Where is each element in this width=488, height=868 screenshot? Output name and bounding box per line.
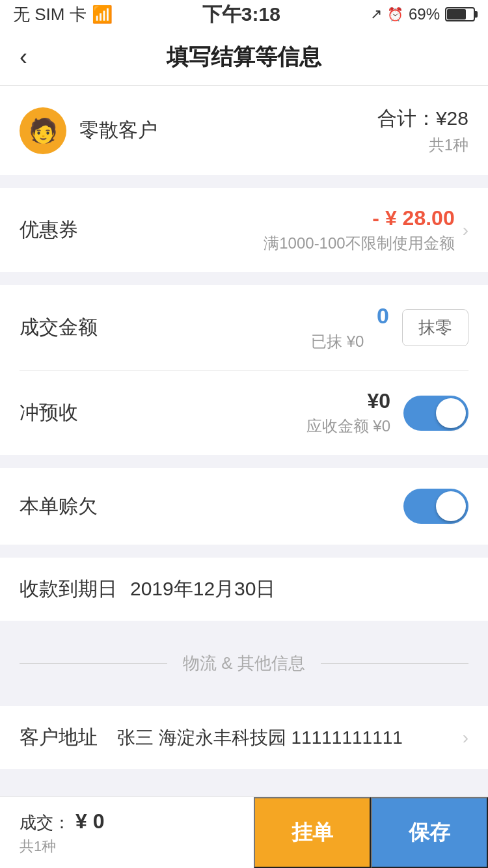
page-title: 填写结算等信息 xyxy=(167,42,321,72)
carrier-text: 无 SIM 卡 xyxy=(13,3,87,26)
deal-amount-right: 已抹 ¥0 抹零 xyxy=(311,303,468,352)
address-label: 客户地址 xyxy=(20,724,98,751)
round-zero-button[interactable]: 抹零 xyxy=(402,309,468,346)
divider-line-left xyxy=(20,663,167,664)
due-date-row: 收款到期日 2019年12月30日 xyxy=(20,576,468,603)
already-rounded: 已抹 ¥0 xyxy=(311,331,389,352)
customer-row: 🧑 零散客户 合计：¥28 共1种 xyxy=(0,86,488,175)
debit-row: 本单赊欠 xyxy=(20,468,468,545)
coupon-description: 满1000-100不限制使用金额 xyxy=(264,233,454,254)
chevron-right-icon: › xyxy=(463,220,468,241)
due-date-value: 2019年12月30日 xyxy=(130,576,275,603)
advance-col: ¥0 应收金额 ¥0 xyxy=(306,389,390,437)
location-icon: ↗ xyxy=(370,6,382,23)
coupon-discount: - ¥ 28.00 xyxy=(264,206,454,230)
status-right: ↗ ⏰ 69% xyxy=(370,5,475,23)
deal-amount-label: 成交金额 xyxy=(20,314,98,341)
due-date-label: 收款到期日 xyxy=(20,576,117,603)
address-chevron-icon: › xyxy=(463,727,468,748)
bottom-info: 成交： ¥ 0 共1种 xyxy=(0,797,254,868)
avatar: 🧑 xyxy=(20,107,66,154)
alarm-icon: ⏰ xyxy=(387,7,403,22)
receivable-amount: 应收金额 ¥0 xyxy=(306,416,390,437)
address-row[interactable]: 客户地址 张三 海淀永丰科技园 11111111111 › xyxy=(20,706,468,769)
address-value: 张三 海淀永丰科技园 11111111111 xyxy=(117,726,463,750)
pending-button[interactable]: 挂单 xyxy=(254,797,371,868)
advance-amount: ¥0 xyxy=(306,389,390,413)
customer-info: 🧑 零散客户 xyxy=(20,107,157,154)
bottom-bar: 成交： ¥ 0 共1种 挂单 保存 xyxy=(0,796,488,868)
battery-text: 69% xyxy=(409,5,440,23)
status-time: 下午3:18 xyxy=(202,1,280,28)
customer-total: 合计：¥28 共1种 xyxy=(377,105,468,156)
avatar-icon: 🧑 xyxy=(29,117,58,144)
deal-amount-col: 已抹 ¥0 xyxy=(311,303,389,352)
advance-right: ¥0 应收金额 ¥0 xyxy=(306,389,468,437)
advance-label: 冲预收 xyxy=(20,400,78,426)
toggle-knob xyxy=(436,398,466,428)
logistics-text: 物流 & 其他信息 xyxy=(167,652,321,675)
battery-icon xyxy=(445,7,475,21)
due-date-section: 收款到期日 2019年12月30日 xyxy=(0,558,488,621)
address-section: 客户地址 张三 海淀永丰科技园 11111111111 › xyxy=(0,706,488,769)
back-button[interactable]: ‹ xyxy=(20,44,59,71)
logistics-divider: 物流 & 其他信息 xyxy=(0,634,488,693)
debit-toggle[interactable] xyxy=(403,489,468,524)
customer-name: 零散客户 xyxy=(79,117,157,144)
deal-amount-input[interactable] xyxy=(311,303,389,329)
nav-bar: ‹ 填写结算等信息 xyxy=(0,29,488,86)
coupon-info: - ¥ 28.00 满1000-100不限制使用金额 xyxy=(264,206,454,254)
bottom-count: 共1种 xyxy=(20,837,234,856)
bottom-deal-row: 成交： ¥ 0 xyxy=(20,809,234,834)
coupon-row[interactable]: 优惠券 - ¥ 28.00 满1000-100不限制使用金额 › xyxy=(0,188,488,272)
advance-toggle[interactable] xyxy=(403,396,468,431)
form-section: 成交金额 已抹 ¥0 抹零 冲预收 ¥0 应收金额 ¥0 xyxy=(0,285,488,455)
deal-amount-row: 成交金额 已抹 ¥0 抹零 xyxy=(20,285,468,371)
debit-toggle-knob xyxy=(436,491,466,521)
save-button[interactable]: 保存 xyxy=(371,797,488,868)
coupon-label: 优惠券 xyxy=(20,217,78,243)
advance-row: 冲预收 ¥0 应收金额 ¥0 xyxy=(20,371,468,455)
total-count: 共1种 xyxy=(377,135,468,156)
bottom-deal-amount: ¥ 0 xyxy=(75,809,104,834)
debit-section: 本单赊欠 xyxy=(0,468,488,545)
coupon-right: - ¥ 28.00 满1000-100不限制使用金额 › xyxy=(264,206,468,254)
total-amount: 合计：¥28 xyxy=(377,105,468,132)
debit-label: 本单赊欠 xyxy=(20,493,98,520)
divider-line-right xyxy=(321,663,468,664)
status-left: 无 SIM 卡 📶 xyxy=(13,3,113,26)
status-bar: 无 SIM 卡 📶 下午3:18 ↗ ⏰ 69% xyxy=(0,0,488,29)
bottom-deal-label: 成交： xyxy=(20,811,70,834)
wifi-icon: 📶 xyxy=(92,5,113,25)
